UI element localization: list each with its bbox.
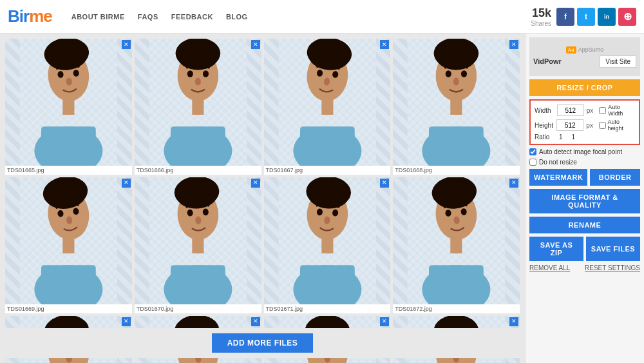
auto-detect-checkbox[interactable] (529, 148, 536, 155)
reset-settings-button[interactable]: RESET SETTINGS (585, 264, 640, 271)
person-image (393, 39, 520, 166)
facebook-button[interactable]: f (556, 8, 574, 26)
remove-image-button[interactable]: ✕ (122, 317, 131, 326)
remove-image-button[interactable]: ✕ (380, 317, 389, 326)
no-resize-checkbox[interactable] (529, 159, 536, 166)
width-label: Width (535, 107, 554, 114)
remove-image-button[interactable]: ✕ (251, 317, 260, 326)
header-social: 15k Shares f t in ⊕ (531, 6, 636, 27)
ratio-h: 1 (572, 133, 576, 141)
auto-detect-label: Auto detect image focal point (539, 148, 622, 155)
main-nav: ABOUT BIRME FAQS FEEDBACK BLOG (71, 13, 248, 21)
remove-image-button[interactable]: ✕ (380, 179, 389, 188)
image-filename: TDS01667.jpg (264, 166, 391, 175)
width-row: Width px Auto Width (535, 104, 635, 117)
image-format-button[interactable]: IMAGE FORMAT & QUALITY (529, 189, 640, 213)
remove-image-button[interactable]: ✕ (122, 40, 131, 49)
width-input[interactable] (557, 104, 584, 116)
image-thumbnail: ✕ (5, 39, 132, 166)
header: Birme ABOUT BIRME FAQS FEEDBACK BLOG 15k… (0, 0, 644, 34)
image-thumbnail: ✕ (264, 177, 391, 304)
linkedin-button[interactable]: in (598, 8, 616, 26)
watermark-button[interactable]: WATERMARK (529, 169, 587, 186)
remove-image-button[interactable]: ✕ (509, 179, 518, 188)
svg-rect-44 (429, 126, 484, 166)
image-grid: ✕TDS01665.jpg✕TDS01666.jpg✕TDS01667.jpg✕… (5, 39, 520, 363)
height-row: Height px Auto height (535, 119, 635, 132)
auto-height-label: Auto height (608, 119, 635, 132)
svg-rect-83 (299, 265, 354, 304)
remove-reset-row: REMOVE ALL RESET SETTINGS (529, 264, 640, 271)
svg-rect-96 (429, 265, 484, 304)
person-image (264, 177, 391, 304)
ratio-row: Ratio 1 1 (535, 133, 635, 141)
height-input[interactable] (556, 119, 583, 131)
nav-feedback[interactable]: FEEDBACK (171, 13, 213, 21)
remove-image-button[interactable]: ✕ (251, 40, 260, 49)
nav-blog[interactable]: BLOG (226, 13, 248, 21)
ad-product: VidPowr (533, 57, 562, 65)
twitter-button[interactable]: t (577, 8, 595, 26)
svg-rect-5 (41, 126, 96, 166)
image-thumbnail: ✕ (393, 39, 520, 166)
remove-image-button[interactable]: ✕ (509, 317, 518, 326)
watermark-border-row: WATERMARK BORDER (529, 169, 640, 186)
shares-count: 15k (532, 6, 551, 19)
auto-height-check[interactable]: Auto height (599, 119, 635, 132)
remove-image-button[interactable]: ✕ (251, 179, 260, 188)
no-resize-label: Do not resize (539, 159, 577, 166)
image-filename: TDS01672.jpg (393, 304, 520, 313)
auto-detect-row: Auto detect image focal point (529, 148, 640, 155)
visit-site-button[interactable]: Visit Site (600, 55, 636, 68)
save-zip-button[interactable]: SAVE AS ZIP (529, 237, 583, 261)
auto-width-check[interactable]: Auto Width (599, 104, 635, 117)
nav-about[interactable]: ABOUT BIRME (71, 13, 125, 21)
remove-image-button[interactable]: ✕ (122, 179, 131, 188)
image-item: ✕TDS01665.jpg (5, 39, 132, 175)
ad-label: Ad AppSumo (566, 46, 603, 54)
auto-width-checkbox[interactable] (599, 107, 606, 114)
image-filename: TDS01669.jpg (5, 304, 132, 313)
ad-company: AppSumo (578, 46, 604, 53)
remove-all-button[interactable]: REMOVE ALL (529, 264, 570, 271)
svg-point-23 (187, 70, 193, 77)
logo[interactable]: Birme (8, 6, 52, 26)
auto-height-checkbox[interactable] (599, 122, 606, 129)
image-item: ✕TDS01667.jpg (264, 39, 391, 175)
border-button[interactable]: BORDER (590, 169, 640, 186)
nav-faqs[interactable]: FAQS (138, 13, 158, 21)
logo-accent: me (29, 6, 52, 26)
shares-box: 15k Shares (531, 6, 551, 27)
ad-box: Ad AppSumo VidPowr Visit Site (529, 37, 640, 76)
share-button[interactable]: ⊕ (618, 8, 636, 26)
add-more-bar: ADD MORE FILES (5, 328, 520, 358)
save-files-button[interactable]: SAVE FILES (586, 237, 640, 261)
image-thumbnail: ✕ (264, 39, 391, 166)
image-item: ✕TDS01671.jpg (264, 177, 391, 313)
height-label: Height (535, 122, 554, 129)
rename-button[interactable]: RENAME (529, 217, 640, 233)
add-more-button[interactable]: ADD MORE FILES (212, 333, 314, 353)
resize-crop-button[interactable]: RESIZE / CROP (529, 79, 640, 96)
svg-point-48 (436, 43, 477, 70)
right-panel: Ad AppSumo VidPowr Visit Site RESIZE / C… (525, 34, 644, 363)
save-row: SAVE AS ZIP SAVE FILES (529, 237, 640, 261)
svg-point-22 (177, 43, 218, 70)
person-image (135, 39, 261, 166)
svg-point-50 (461, 70, 467, 77)
dimensions-box: Width px Auto Width Height px Auto heigh… (529, 99, 640, 145)
remove-image-button[interactable]: ✕ (509, 40, 518, 49)
person-image (135, 177, 261, 304)
svg-point-51 (453, 78, 459, 86)
ad-inner: VidPowr Visit Site (529, 55, 640, 68)
svg-rect-18 (171, 126, 225, 166)
image-panel[interactable]: ✕TDS01665.jpg✕TDS01666.jpg✕TDS01667.jpg✕… (0, 34, 525, 363)
svg-rect-70 (171, 265, 225, 304)
image-filename: TDS01666.jpg (135, 166, 261, 175)
no-resize-row: Do not resize (529, 159, 640, 166)
width-unit: px (587, 107, 596, 114)
remove-image-button[interactable]: ✕ (380, 40, 389, 49)
image-item: ✕TDS01672.jpg (393, 177, 520, 313)
svg-rect-57 (41, 265, 96, 304)
person-image (264, 39, 391, 166)
